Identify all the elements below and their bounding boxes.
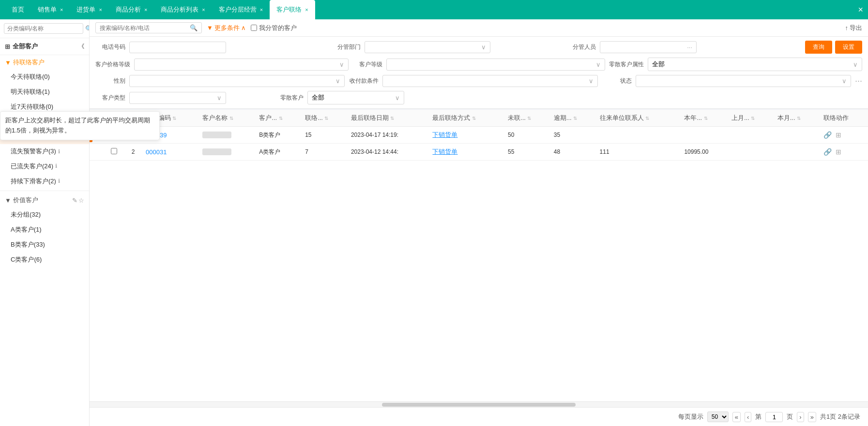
action-link-icon-1[interactable]: 🔗: [823, 148, 832, 156]
action-link-icon-0[interactable]: 🔗: [823, 131, 832, 139]
per-page-select[interactable]: 50: [707, 411, 729, 422]
first-page-btn[interactable]: «: [732, 412, 741, 422]
row-contact-count-1: 7: [301, 144, 347, 161]
sidebar-item-lost-warning[interactable]: 流失预警客户(3) ℹ: [0, 144, 89, 159]
sidebar-search-icon[interactable]: 🔍: [85, 25, 90, 32]
close-customer-contact-tab[interactable]: ×: [305, 0, 308, 19]
row-code-1[interactable]: 000031: [142, 144, 198, 161]
sort-year-icon[interactable]: ⇅: [704, 116, 708, 121]
prev-page-btn[interactable]: ‹: [745, 412, 751, 422]
pending-contact-title[interactable]: ▼ 待联络客户: [0, 55, 89, 70]
scroll-thumb[interactable]: [382, 403, 576, 407]
next-page-btn[interactable]: ›: [797, 412, 804, 422]
row-last-method-1[interactable]: 下销货单: [428, 144, 504, 161]
row-checkbox-1[interactable]: [111, 148, 117, 154]
value-customers-group[interactable]: ▼ 价值客户 ✎ ☆: [0, 193, 89, 207]
row-check-1[interactable]: [107, 144, 124, 161]
price-grade-select[interactable]: ∨: [134, 59, 349, 71]
close-customer-tier-tab[interactable]: ×: [260, 0, 263, 19]
nav-customer-contact[interactable]: 客户联络 ×: [270, 0, 315, 19]
row-contact-count-0: 15: [301, 127, 347, 144]
sort-lmonth-icon[interactable]: ⇅: [751, 116, 755, 121]
row-last-method-0[interactable]: 下销货单: [428, 127, 504, 144]
sidebar-item-tomorrow[interactable]: 明天待联络(1): [0, 85, 89, 100]
query-btn[interactable]: 查询: [805, 41, 832, 54]
retail-attr-select[interactable]: 全部 ∨: [648, 58, 862, 71]
already-lost-info-icon[interactable]: ℹ: [55, 162, 57, 171]
sidebar-collapse-btn[interactable]: 《: [78, 43, 84, 51]
customer-type-select[interactable]: ∨: [129, 92, 226, 104]
table-row: 1 000039 B类客户 15 2023-04-17 14:19: 下销货单 …: [90, 127, 868, 144]
sort-grade-icon[interactable]: ⇅: [279, 116, 283, 121]
action-grid-icon-0[interactable]: ⊞: [836, 131, 841, 139]
nav-product-list[interactable]: 商品分析列表 ×: [154, 0, 212, 19]
filter-search-input[interactable]: [100, 25, 188, 31]
sort-contacts-icon[interactable]: ⇅: [645, 116, 649, 121]
branch-dept-select[interactable]: ∨: [365, 41, 490, 53]
declining-info-icon[interactable]: ℹ: [58, 177, 60, 186]
sort-code-icon[interactable]: ⇅: [172, 116, 176, 121]
phone-input[interactable]: [129, 42, 226, 53]
col-contacts-person: 往来单位联系人 ⇅: [596, 110, 681, 127]
row-name-0[interactable]: [198, 127, 255, 144]
sort-name-icon[interactable]: ⇅: [229, 116, 233, 121]
nav-sales[interactable]: 销售单 ×: [31, 0, 70, 19]
nav-product-analysis[interactable]: 商品分析 ×: [109, 0, 154, 19]
row-settings-1[interactable]: [90, 144, 107, 161]
sidebar-item-already-lost[interactable]: 已流失客户(24) ℹ: [0, 159, 89, 174]
close-product-list-tab[interactable]: ×: [202, 0, 205, 19]
sidebar-item-declining[interactable]: 持续下滑客户(2) ℹ: [0, 174, 89, 189]
nav-home[interactable]: 首页: [5, 0, 31, 19]
close-all-btn[interactable]: ×: [858, 5, 863, 15]
customer-grade-select[interactable]: ∨: [386, 59, 606, 71]
sort-overdue-icon[interactable]: ⇅: [573, 116, 577, 121]
export-btn[interactable]: ↑ 导出: [845, 24, 863, 32]
value-group-add-icon[interactable]: ☆: [78, 197, 84, 204]
sort-tmonth-icon[interactable]: ⇅: [797, 116, 801, 121]
sidebar-item-c-class[interactable]: C类客户(6): [0, 252, 89, 267]
sort-method-icon[interactable]: ⇅: [472, 116, 476, 121]
sidebar-item-a-class[interactable]: A类客户(1): [0, 222, 89, 237]
lost-warning-info-icon[interactable]: ℹ: [58, 147, 60, 156]
filter-bar: 🔍 ▼ 更多条件 ∧ 我分管的客户 ↑ 导出: [90, 19, 868, 37]
sidebar-search-input[interactable]: [4, 23, 83, 34]
sidebar-item-today[interactable]: 今天待联络(0): [0, 70, 89, 85]
row-name-1[interactable]: [198, 144, 255, 161]
payment-select[interactable]: ∨: [382, 75, 598, 87]
branch-person-select[interactable]: ···: [600, 41, 697, 53]
row-unread-1: 55: [504, 144, 550, 161]
customer-type-arrow-icon: ∨: [217, 94, 222, 102]
my-customers-checkbox-area[interactable]: 我分管的客户: [251, 24, 297, 32]
horizontal-scrollbar[interactable]: [90, 401, 868, 407]
my-customers-checkbox[interactable]: [251, 25, 257, 31]
gender-select[interactable]: ∨: [129, 75, 345, 87]
customer-grade-arrow-icon: ∨: [596, 61, 601, 68]
action-grid-icon-1[interactable]: ⊞: [836, 148, 841, 156]
row-actions-1[interactable]: 🔗 ⊞: [820, 144, 868, 161]
more-conditions-btn[interactable]: ▼ 更多条件 ∧: [207, 24, 246, 32]
sort-date-icon[interactable]: ⇅: [390, 116, 394, 121]
settings-btn[interactable]: 设置: [835, 41, 862, 54]
row-actions-0[interactable]: 🔗 ⊞: [820, 127, 868, 144]
page-number-input[interactable]: [765, 412, 783, 422]
sidebar-divider-1: [0, 191, 89, 191]
status-select[interactable]: ∨: [636, 75, 851, 87]
sort-unread-icon[interactable]: ⇅: [527, 116, 531, 121]
col-unread: 未联... ⇅: [504, 110, 550, 127]
branch-dept-arrow-icon: ∨: [481, 44, 486, 51]
retail-customer-select[interactable]: 全部 ∨: [307, 91, 404, 104]
filter-search-icon[interactable]: 🔍: [190, 24, 198, 31]
nav-customer-tier[interactable]: 客户分层经营 ×: [212, 0, 270, 19]
value-arrow-icon: ▼: [5, 197, 11, 204]
nav-purchase[interactable]: 进货单 ×: [70, 0, 108, 19]
value-group-edit-icon[interactable]: ✎: [72, 197, 77, 204]
close-sales-tab[interactable]: ×: [60, 0, 63, 19]
close-product-analysis-tab[interactable]: ×: [144, 0, 147, 19]
sidebar-item-unclassified[interactable]: 未分组(32): [0, 207, 89, 222]
last-page-btn[interactable]: »: [808, 412, 816, 422]
more-icon[interactable]: ···: [855, 76, 862, 86]
sidebar-item-b-class[interactable]: B类客户(33): [0, 237, 89, 252]
row-this-year-0: [680, 127, 728, 144]
sort-contact-icon[interactable]: ⇅: [324, 116, 328, 121]
close-purchase-tab[interactable]: ×: [99, 0, 102, 19]
